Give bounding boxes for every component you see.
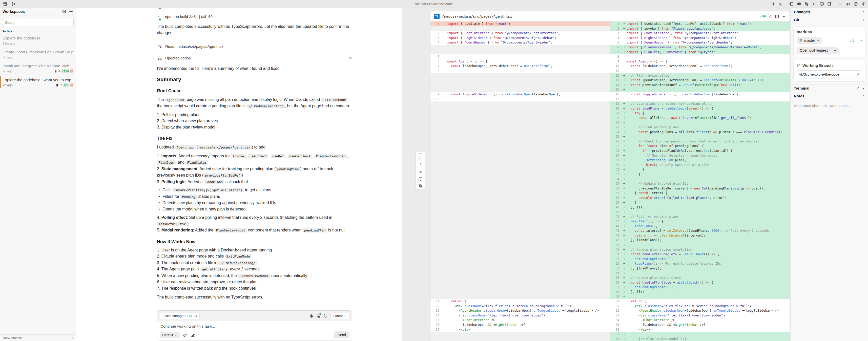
diff-row[interactable]: 14 <div className="flex flex-1 overflow-… <box>430 313 789 318</box>
section-terminal[interactable]: Terminal <box>791 84 868 92</box>
diff-row[interactable]: 10 17 <box>430 97 789 102</box>
diff-row[interactable]: 14 + const previousPlanIdsRef = useRef<S… <box>430 83 789 88</box>
diff-row[interactable]: 58 + }, []); <box>430 290 789 294</box>
diff-row[interactable]: 7 + import { PlanItem, PlanStatus } from… <box>430 50 789 55</box>
section-notes[interactable]: Notes <box>791 92 868 100</box>
diff-row[interactable]: 6 + import { PlanReviewModal } from "@/c… <box>430 45 789 50</box>
diff-row[interactable]: 59 + <box>430 294 789 299</box>
gear-icon[interactable] <box>861 2 865 6</box>
diff-row[interactable]: 27 + for (const plan of pendingPlans) { <box>430 144 789 149</box>
working-branch-field[interactable]: vk/3ccf-explore-the-code <box>797 70 862 79</box>
diff-row[interactable]: 42 + // Poll for pending plans <box>430 214 789 219</box>
diff-row[interactable]: 40 + }, []); <box>430 205 789 210</box>
diff-row[interactable]: 55 + // Handle plan modal close <box>430 276 789 280</box>
diff-row[interactable]: 26 + // Check for new pending plans that… <box>430 139 789 144</box>
diff-row[interactable]: 23 + // Find pending plans <box>430 125 789 130</box>
chevron-down-icon[interactable] <box>348 56 352 60</box>
diff-row[interactable]: 39 + } <box>430 200 789 205</box>
diff-row[interactable]: 19 + const loadPlans = useCallback(async… <box>430 106 789 111</box>
model-selector[interactable]: Default <box>160 332 180 338</box>
diff-row[interactable]: 16 {sidebarOpen && <RightSidebar />} 65 … <box>430 322 789 327</box>
workspace-item[interactable]: Create Good First Issues on Github So p … <box>0 48 76 61</box>
diff-row[interactable]: 47 + }, [loadPlans]); <box>430 238 789 243</box>
spark-icon[interactable] <box>309 314 314 318</box>
monitor-icon[interactable] <box>820 2 824 6</box>
diff-row[interactable]: 2 + import { invoke } from "@tauri-apps/… <box>430 26 789 31</box>
send-button[interactable]: Send <box>334 331 349 338</box>
help-icon[interactable] <box>854 2 858 6</box>
files-changed-chip[interactable]: 2 files changed +61 -3 <box>160 313 200 319</box>
git-compare-icon[interactable] <box>418 184 423 188</box>
diff-row[interactable]: 2 import { ChatInterface } from "@/compo… <box>430 31 789 36</box>
diff-row[interactable]: 21 + const allPlans = await invoke<PlanI… <box>430 116 789 120</box>
diff-row[interactable]: 18 + // Load plans and detect new pendin… <box>430 101 789 106</box>
todo-badge-icon[interactable] <box>316 314 321 318</box>
view-archive-link[interactable]: View Archive <box>3 336 22 340</box>
diff-row[interactable]: 49 + // Handle plan review completion <box>430 247 789 252</box>
clipboard-icon[interactable] <box>418 163 423 167</box>
tool-call-row[interactable]: Updated Todos <box>157 55 352 61</box>
diff-row[interactable]: 57 + setPendingPlan(null); <box>430 285 789 290</box>
diff-row[interactable]: 56 + const handlePlanClose = useCallback… <box>430 280 789 285</box>
archive-icon[interactable] <box>3 2 7 6</box>
chevron-down-icon[interactable] <box>782 14 786 19</box>
section-changes[interactable]: Changes <box>791 8 868 16</box>
git-compare-icon[interactable] <box>804 2 809 6</box>
play-icon[interactable] <box>418 170 423 174</box>
tool-call-row[interactable]: >_npm run build 2>&1 | tail -80 <box>157 14 352 19</box>
diff-row[interactable]: 15 + <box>430 87 789 92</box>
diff-row[interactable]: 3 import { RightSidebar } from "@/compon… <box>430 36 789 40</box>
layers-icon[interactable] <box>62 9 66 14</box>
diff-row[interactable]: 13 <AgentHeader sidebarOpen={sidebarOpen… <box>430 308 789 313</box>
diff-row[interactable]: 53 + }, [loadPlans]); <box>430 266 789 271</box>
diff-row[interactable]: 30 + setPendingPlan(plan); <box>430 158 789 163</box>
workspace-item[interactable]: Explore the codebase 35m ago <box>0 34 76 48</box>
diff-row[interactable]: 5 8 <box>430 54 789 59</box>
sign-out-icon[interactable] <box>11 2 16 6</box>
chat-bubble-icon[interactable] <box>797 2 801 6</box>
diff-row[interactable]: 33 + } <box>430 172 789 177</box>
diff-row[interactable]: 9 const toggleSidebar = () => setSidebar… <box>430 92 789 97</box>
expand-icon[interactable] <box>856 87 859 90</box>
diff-row[interactable]: 8 11 <box>430 68 789 73</box>
panel-right-icon[interactable] <box>827 2 832 6</box>
diff-row[interactable]: 67 + <box>430 332 789 337</box>
open-pull-request-button[interactable]: Open pull request <box>797 46 831 54</box>
terminal-icon[interactable] <box>812 2 816 6</box>
workspace-item[interactable]: Explore the codebase I want you to exp 7… <box>0 75 76 89</box>
diff-row[interactable]: 12 <div className="flex flex-col h-scree… <box>430 304 789 309</box>
composer-input[interactable]: Continue working on this task... <box>157 321 352 329</box>
diff-row[interactable]: 29 + // New plan detected - open the mod… <box>430 153 789 158</box>
diff-row[interactable]: 1 - import { useState } from "react"; 1 … <box>430 22 789 26</box>
diff-row[interactable]: 24 + const pendingPlans = allPlans.filte… <box>430 130 789 134</box>
diff-row[interactable]: 15 <ChatInterface /> 64 <ChatInterface /… <box>430 318 789 322</box>
diff-row[interactable]: 68 + {/* Plan Review Modal */} <box>430 337 789 341</box>
split-diff-icon[interactable] <box>775 14 779 19</box>
workspace-search[interactable] <box>2 19 74 26</box>
pr-dropdown-button[interactable] <box>831 47 839 54</box>
diff-row[interactable]: 38 + console.error('Failed to load plans… <box>430 195 789 200</box>
search-input[interactable] <box>5 21 71 25</box>
branch-selector[interactable]: master <box>797 37 822 44</box>
version-selector[interactable]: Latest <box>331 313 349 319</box>
copy-icon[interactable] <box>418 156 423 161</box>
diff-row[interactable]: 36 + previousPlanIdsRef.current = new Se… <box>430 186 789 191</box>
diff-row[interactable]: 32 + } <box>430 167 789 172</box>
diff-row[interactable]: 46 + return () => clearInterval(interval… <box>430 233 789 238</box>
diff-row[interactable]: 35 + // Update tracked plan IDs <box>430 181 789 186</box>
diff-row[interactable]: 25 + <box>430 134 789 139</box>
spinner-icon[interactable] <box>323 314 328 318</box>
pause-icon[interactable] <box>771 2 775 6</box>
paperclip-icon[interactable] <box>183 333 188 337</box>
diff-row[interactable]: 41 + <box>430 210 789 215</box>
diff-row[interactable]: 43 + useEffect(() => { <box>430 219 789 224</box>
diff-row[interactable]: 7 const [sidebarOpen, setSidebarOpen] = … <box>430 64 789 68</box>
diff-row[interactable]: 51 + setPendingPlan(null); <box>430 257 789 261</box>
diff-row[interactable]: 11 return ( 60 return ( <box>430 299 789 304</box>
diff-row[interactable]: 13 + const [pendingPlan, setPendingPlan]… <box>430 78 789 83</box>
plus-icon[interactable] <box>69 9 73 14</box>
diff-row[interactable]: 34 + <box>430 177 789 182</box>
pen-icon[interactable] <box>191 333 195 337</box>
diff-row[interactable]: 48 + <box>430 243 789 247</box>
menu-icon[interactable] <box>838 2 843 6</box>
